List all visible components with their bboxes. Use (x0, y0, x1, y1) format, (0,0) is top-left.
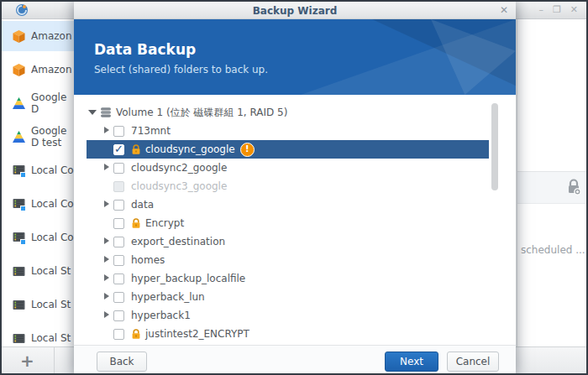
page-subtitle: Select (shared) folders to back up. (94, 64, 268, 76)
lock-icon (131, 218, 141, 229)
checkbox[interactable] (113, 126, 124, 137)
expander-icon[interactable] (100, 310, 113, 320)
dialog-content: Volume 1 (位於 磁碟群組 1, RAID 5) 713mnt clou… (74, 95, 516, 345)
sidebar-item-label: Amazon (31, 30, 74, 42)
expander-icon[interactable] (100, 292, 113, 302)
tree-row-label: Volume 1 (位於 磁碟群組 1, RAID 5) (116, 106, 287, 120)
sidebar-item[interactable]: Amazon (2, 19, 74, 53)
minimize-icon[interactable]: – (538, 2, 543, 18)
google-drive-icon (12, 130, 26, 144)
checkbox[interactable] (113, 255, 124, 266)
detail-toolbar (517, 171, 586, 204)
shared-folder-tree: Volume 1 (位於 磁碟群組 1, RAID 5) 713mnt clou… (87, 103, 489, 340)
lock-icon (131, 144, 141, 155)
expander-icon[interactable] (100, 126, 113, 136)
checkbox[interactable] (113, 200, 124, 211)
sidebar-item[interactable]: Local Co (2, 221, 74, 254)
tree-row[interactable]: hyperback1 (87, 306, 489, 325)
tree-row[interactable]: 713mnt (87, 122, 489, 140)
backup-wizard-dialog: Backup Wizard ✕ Data Backup Select (shar… (74, 2, 516, 375)
expander-icon[interactable] (100, 163, 113, 173)
dialog-title: Backup Wizard (253, 5, 338, 17)
tree-row[interactable]: Volume 1 (位於 磁碟群組 1, RAID 5) (87, 103, 489, 122)
expander-icon[interactable] (87, 107, 100, 117)
tree-row[interactable]: hyperback_lun (87, 288, 489, 306)
tree-row[interactable]: Encrypt (87, 214, 489, 232)
tree-row-label: export_destination (131, 236, 225, 247)
tree-row-label: data (131, 199, 154, 211)
expander-icon[interactable] (100, 237, 113, 247)
tree-row[interactable]: cloudsync2_google (87, 159, 489, 177)
tree-row-label: hyper_backup_localfile (131, 273, 245, 284)
checkbox[interactable] (113, 237, 124, 247)
server-sync-icon (12, 197, 26, 211)
sidebar-item-label: Local Co (31, 164, 74, 176)
maximize-icon[interactable]: ❐ (553, 2, 561, 18)
tree-row[interactable]: data (87, 195, 489, 214)
checkbox[interactable] (113, 292, 124, 303)
next-button[interactable]: Next (385, 352, 438, 372)
tree-row-label: hyperback_lun (131, 291, 205, 303)
tree-row-label: cloudsync_google (145, 143, 235, 155)
back-button[interactable]: Back (97, 352, 147, 372)
checkbox[interactable] (113, 218, 124, 229)
amazon-cube-icon (12, 63, 26, 77)
server-icon (12, 298, 26, 312)
toolbar-divider (54, 347, 55, 373)
sidebar-item-label: Local St (31, 265, 74, 277)
tree-row-label: cloudsync3_google (131, 180, 227, 192)
google-drive-icon (12, 96, 26, 111)
amazon-cube-icon (12, 29, 26, 44)
expander-icon[interactable] (100, 255, 113, 265)
scrollbar-thumb[interactable] (491, 103, 498, 190)
sidebar-item[interactable]: Local Co (2, 154, 74, 187)
cancel-button[interactable]: Cancel (447, 352, 499, 372)
tree-row[interactable]: hyper_backup_localfile (87, 269, 489, 288)
checkbox[interactable] (113, 181, 124, 192)
tree-row[interactable]: cloudsync3_google (87, 177, 489, 195)
sidebar-item-label: Local St (31, 332, 74, 344)
sidebar-item[interactable]: Local St (2, 254, 74, 288)
schedule-text: scheduled ... (521, 244, 585, 256)
checkbox[interactable] (113, 310, 124, 321)
sidebar-item[interactable]: Local St (2, 321, 74, 346)
volume-disks-icon (100, 107, 112, 118)
sidebar-item-label: Local Co (31, 232, 74, 243)
sidebar-item[interactable]: Local St (2, 288, 74, 321)
server-icon (12, 331, 26, 346)
checkbox[interactable] (113, 329, 124, 340)
tree-row[interactable]: cloudsync_google (87, 140, 489, 159)
tree-row-label: cloudsync2_google (131, 162, 227, 174)
lock-gear-icon[interactable] (566, 179, 581, 195)
add-task-button[interactable]: + (2, 347, 53, 373)
sidebar-item[interactable]: Google D test (2, 120, 74, 154)
sidebar-item[interactable]: Amazon (2, 53, 74, 86)
close-icon[interactable]: ✕ (500, 2, 508, 18)
tree-row-label: justintest2_ENCRYPT (145, 328, 249, 340)
lock-icon (131, 329, 141, 340)
sidebar-item-label: Amazon (31, 64, 74, 76)
screen: – ❐ ✕ Amazon Amazon Google D Google D te… (0, 0, 588, 375)
close-icon[interactable]: ✕ (570, 2, 578, 18)
tree-row[interactable]: justintest2_ENCRYPT (87, 325, 489, 340)
tree-row-label: Encrypt (145, 217, 184, 229)
sidebar-item[interactable]: Google D (2, 86, 74, 120)
checkbox[interactable] (113, 144, 124, 155)
page-title: Data Backup (94, 41, 196, 58)
expander-icon[interactable] (100, 273, 113, 284)
sidebar-item-label: Local Co (31, 198, 74, 210)
window-controls: – ❐ ✕ (538, 2, 578, 18)
tree-row-label: 713mnt (131, 125, 171, 137)
tree-row-label: hyperback1 (131, 310, 191, 321)
sidebar-item-label: Google D test (31, 125, 74, 148)
tree-row[interactable]: homes (87, 251, 489, 269)
expander-icon[interactable] (100, 200, 113, 210)
sidebar-item[interactable]: Local Co (2, 187, 74, 221)
wizard-banner: Data Backup Select (shared) folders to b… (74, 19, 516, 95)
tree-row[interactable]: export_destination (87, 232, 489, 251)
checkbox[interactable] (113, 273, 124, 284)
server-sync-icon (12, 231, 26, 245)
checkbox[interactable] (113, 163, 124, 174)
dialog-titlebar[interactable]: Backup Wizard ✕ (74, 2, 516, 19)
task-detail-panel: scheduled ... (517, 19, 586, 372)
